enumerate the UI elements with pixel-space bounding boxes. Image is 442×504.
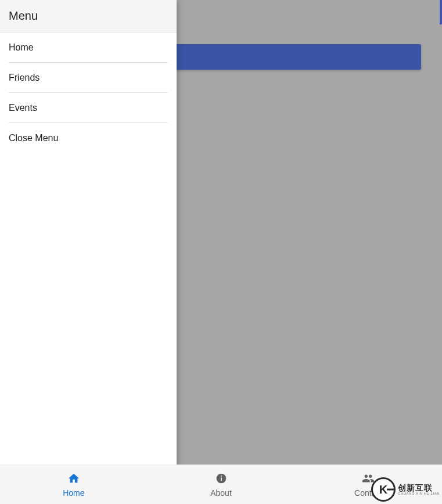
- header-accent-edge: [440, 0, 442, 24]
- watermark-mark-icon: K: [371, 477, 396, 502]
- tab-label: About: [210, 488, 232, 498]
- drawer-item-label: Events: [9, 103, 37, 113]
- drawer-item-friends[interactable]: Friends: [9, 63, 168, 93]
- watermark-main: 创新互联: [398, 484, 440, 492]
- info-icon: [215, 472, 228, 485]
- drawer-list: Home Friends Events Close Menu: [0, 33, 177, 153]
- drawer-item-home[interactable]: Home: [9, 33, 168, 63]
- drawer-item-label: Friends: [9, 73, 39, 83]
- svg-rect-1: [221, 477, 222, 481]
- tab-home[interactable]: Home: [0, 465, 148, 504]
- side-drawer: Menu Home Friends Events Close Menu: [0, 0, 177, 504]
- drawer-item-events[interactable]: Events: [9, 93, 168, 123]
- home-icon: [67, 472, 80, 485]
- tab-label: Home: [63, 488, 84, 498]
- drawer-title: Menu: [0, 0, 177, 33]
- tab-about[interactable]: About: [148, 465, 295, 504]
- watermark-text: 创新互联 CHUANG XIN HU LIAN: [398, 484, 440, 495]
- drawer-item-close[interactable]: Close Menu: [9, 123, 168, 153]
- drawer-item-label: Home: [9, 42, 34, 53]
- watermark-logo: K 创新互联 CHUANG XIN HU LIAN: [371, 477, 440, 502]
- drawer-item-label: Close Menu: [9, 133, 58, 143]
- watermark-sub: CHUANG XIN HU LIAN: [398, 492, 440, 495]
- svg-rect-2: [221, 476, 222, 477]
